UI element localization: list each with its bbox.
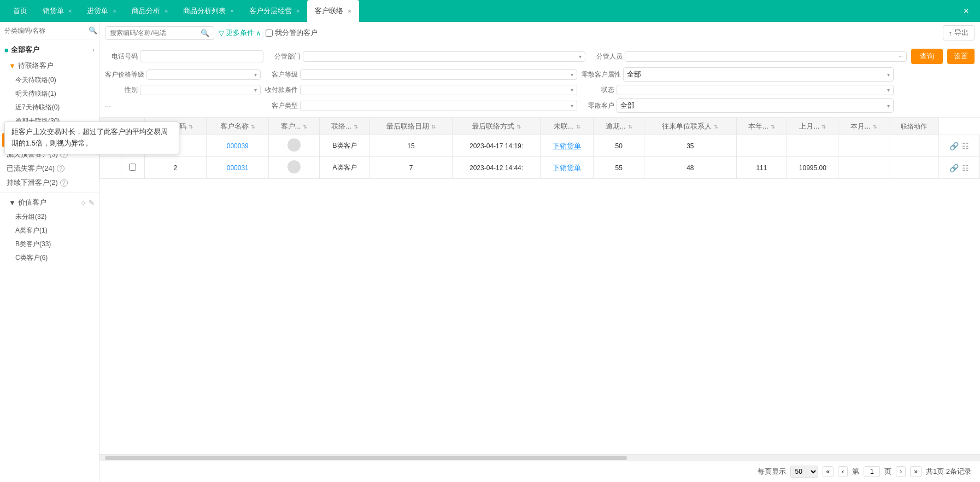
customer-type-column-header[interactable]: 客户...⇅ [269, 118, 320, 135]
last-month-column-header[interactable]: 上月...⇅ [787, 118, 838, 135]
row-contact-person: 111 [736, 157, 787, 179]
window-close-button[interactable]: × [958, 5, 975, 17]
row-code[interactable]: 000031 [207, 157, 269, 179]
setting-button[interactable]: 设置 [947, 49, 975, 64]
more-conditions-button[interactable]: ▽ 更多条件 ∧ [219, 28, 261, 38]
phone-input[interactable] [140, 50, 263, 62]
declining-label: 持续下滑客户(2) [7, 178, 58, 188]
circle-icon[interactable]: ○ [81, 199, 85, 207]
overdue-column-header[interactable]: 逾期...⇅ [594, 118, 644, 135]
gender-select[interactable]: ▾ [140, 85, 261, 95]
row-name[interactable] [269, 135, 320, 157]
table-row: 1 000039 B类客户 15 2023-04-17 14:19: 下销货单 … [100, 135, 980, 157]
close-icon[interactable]: × [68, 8, 72, 14]
price-level-select[interactable]: ▾ [146, 69, 261, 80]
contact-person-column-header[interactable]: 往来单位联系人⇅ [644, 118, 736, 135]
grid-action-icon[interactable]: ☷ [962, 164, 969, 172]
sidebar-search-input[interactable] [4, 27, 86, 34]
next-page-button[interactable]: › [896, 466, 906, 477]
contact-count-column-header[interactable]: 联络...⇅ [319, 118, 370, 135]
row-code[interactable]: 000039 [207, 135, 269, 157]
edit-icon[interactable]: ✎ [89, 199, 95, 207]
close-icon[interactable]: × [348, 8, 351, 14]
close-icon[interactable]: × [230, 8, 233, 14]
last-page-button[interactable]: » [910, 466, 922, 477]
not-contacted-column-header[interactable]: 未联...⇅ [541, 118, 594, 135]
last-contact-method-column-header[interactable]: 最后联络方式⇅ [452, 118, 541, 135]
row-checkbox-input[interactable] [129, 164, 136, 171]
nav-tab-customer-contact[interactable]: 客户联络 × [307, 0, 359, 22]
status-field: 状态 ▾ [582, 85, 894, 95]
row-this-month [889, 135, 939, 157]
sidebar-section-value[interactable]: ▼ 价值客户 ○ ✎ [0, 195, 99, 210]
sidebar-item-today[interactable]: 今天待联络(0) [0, 73, 99, 87]
row-last-contact-method[interactable]: 下销货单 [541, 135, 594, 157]
close-icon[interactable]: × [113, 8, 116, 14]
sidebar-item-churned[interactable]: 已流失客户(24) ? [0, 161, 99, 176]
nav-tab-customer-layered[interactable]: 客户分层经营 × [242, 0, 307, 22]
more-dots-icon[interactable]: ··· [105, 102, 111, 110]
sidebar-all-customers[interactable]: ■ 全部客户 › [0, 42, 99, 58]
this-month-column-header[interactable]: 本月...⇅ [838, 118, 889, 135]
sort-icon: ⇅ [714, 124, 718, 130]
close-icon[interactable]: × [296, 8, 300, 14]
sidebar-item-c-class[interactable]: C类客户(6) [0, 251, 99, 265]
nav-tab-purchase[interactable]: 进货单 × [79, 0, 124, 22]
query-button[interactable]: 查询 [911, 49, 943, 64]
nav-tab-customer-contact-label: 客户联络 [315, 6, 343, 16]
status-select[interactable]: ▾ [617, 85, 894, 95]
nav-tab-analysis-list-label: 商品分析列表 [183, 6, 226, 16]
search-input[interactable] [110, 29, 198, 37]
last-contact-method-link[interactable]: 下销货单 [553, 164, 581, 172]
payment-select[interactable]: ▾ [300, 85, 577, 95]
customer-type-select[interactable]: ▾ [300, 101, 577, 111]
sidebar-section-pending[interactable]: ▼ 待联络客户 [0, 58, 99, 73]
sidebar-item-7days[interactable]: 近7天待联络(0) [0, 101, 99, 114]
sidebar-item-tomorrow[interactable]: 明天待联络(1) [0, 87, 99, 101]
retail-customer-select[interactable]: 全部 ▾ [617, 98, 894, 113]
dept-select[interactable]: ▾ [303, 51, 585, 62]
row-last-contact-method[interactable]: 下销货单 [541, 157, 594, 179]
last-contact-method-link[interactable]: 下销货单 [553, 142, 581, 150]
my-customers-checkbox-label[interactable]: 我分管的客户 [266, 28, 318, 38]
row-this-month [889, 157, 939, 179]
first-page-button[interactable]: « [823, 466, 834, 477]
sidebar-item-unclassified[interactable]: 未分组(32) [0, 210, 99, 224]
dept-label: 分管部门 [268, 52, 301, 61]
nav-tab-analysis-list[interactable]: 商品分析列表 × [175, 0, 241, 22]
last-contact-date-column-header[interactable]: 最后联络日期⇅ [370, 118, 452, 135]
person-select[interactable]: ··· [625, 51, 907, 62]
retail-attr-select[interactable]: 全部 ▾ [623, 67, 894, 82]
row-name[interactable] [269, 157, 320, 179]
link-action-icon[interactable]: 🔗 [949, 142, 959, 150]
search-icon: 🔍 [201, 29, 209, 37]
link-action-icon[interactable]: 🔗 [949, 164, 959, 172]
sidebar-item-declining[interactable]: 持续下滑客户(2) ? [0, 176, 99, 190]
price-level-label: 客户价格等级 [105, 70, 144, 79]
close-icon[interactable]: × [165, 8, 168, 14]
sidebar-item-b-class[interactable]: B类客户(33) [0, 237, 99, 251]
horizontal-scrollbar[interactable] [99, 454, 980, 461]
nav-tab-home[interactable]: 首页 [5, 0, 35, 22]
customers-table: ⚙ 客户编码⇅ 客户名称⇅ 客户...⇅ 联络...⇅ [99, 118, 980, 179]
chevron-down-icon: ▾ [887, 87, 890, 93]
my-customers-checkbox[interactable] [266, 30, 273, 37]
sidebar-collapse-icon[interactable]: › [92, 47, 95, 53]
customer-level-select[interactable]: ▾ [300, 69, 577, 80]
scrollbar-thumb[interactable] [105, 456, 627, 460]
export-button[interactable]: ↑ 导出 [943, 25, 975, 40]
tooltip-box: 距客户上次交易时长，超过了此客户的平均交易周期的1.5倍，则视为异常。 [4, 121, 179, 154]
row-not-contacted: 55 [594, 157, 644, 179]
per-page-label: 每页显示 [758, 467, 786, 477]
per-page-select[interactable]: 50 10 20 100 [790, 466, 818, 478]
nav-tab-sales[interactable]: 销货单 × [35, 0, 79, 22]
prev-page-button[interactable]: ‹ [838, 466, 848, 477]
grid-action-icon[interactable]: ☷ [962, 142, 969, 150]
name-column-header[interactable]: 客户名称⇅ [207, 118, 269, 135]
this-year-column-header[interactable]: 本年...⇅ [736, 118, 787, 135]
nav-tab-analysis[interactable]: 商品分析 × [124, 0, 175, 22]
sidebar-item-a-class[interactable]: A类客户(1) [0, 224, 99, 237]
dept-field: 分管部门 ▾ [268, 51, 585, 62]
page-number-input[interactable] [864, 466, 880, 477]
table-row: 2 000031 A类客户 7 2023-04-12 14:44: 下销货单 5… [100, 157, 980, 179]
